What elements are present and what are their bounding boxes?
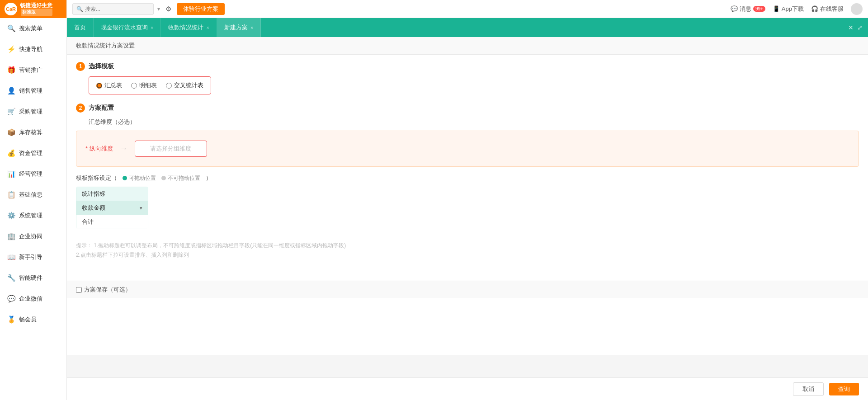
sidebar-item-enterprise[interactable]: 🏢 企业协同: [0, 226, 66, 247]
sidebar-item-label-wechat: 企业微信: [19, 295, 42, 303]
sidebar-item-guide[interactable]: 📖 新手引导: [0, 247, 66, 268]
step1-num: 1: [76, 62, 85, 71]
search-icon: 🔍: [76, 6, 83, 12]
step1-title: 选择模板: [89, 62, 114, 71]
cancel-button[interactable]: 取消: [793, 382, 824, 396]
search-chevron-icon[interactable]: ▾: [157, 6, 160, 12]
page-title-bar: 收款情况统计方案设置: [67, 37, 868, 55]
tab-close-new-plan[interactable]: ×: [250, 25, 253, 30]
dimension-row: * 纵向维度 → 请选择分组维度: [85, 141, 207, 157]
radio-summary[interactable]: 汇总表: [96, 81, 122, 89]
trial-button[interactable]: 体验行业方案: [177, 3, 225, 15]
sidebar-item-label-guide: 新手引导: [19, 253, 42, 261]
sidebar-item-label-marketing: 营销推广: [19, 66, 42, 74]
close-tab-icon[interactable]: ✕: [848, 24, 854, 31]
content-area: 收款情况统计方案设置 1 选择模板 汇总表: [67, 37, 868, 377]
dimension-area: * 纵向维度 → 请选择分组维度: [76, 131, 859, 167]
save-option-label[interactable]: 方案保存（可选）: [76, 286, 131, 294]
radio-cross[interactable]: 交叉统计表: [166, 81, 203, 89]
hardware-icon: 🔧: [7, 274, 15, 282]
draggable-indicator: 可拖动位置: [123, 174, 156, 182]
app-tag: 标准版: [21, 9, 52, 16]
sidebar-item-label-sales: 销售管理: [19, 87, 42, 95]
tab-close-collection[interactable]: ×: [206, 25, 209, 30]
step2-section: 2 方案配置 汇总维度（必选） * 纵向维度 → 请选择分组维度: [76, 104, 859, 264]
finance-icon: 💰: [7, 149, 15, 157]
collection-amount-label: 收款金额: [82, 204, 105, 212]
sidebar-item-label-search: 搜索菜单: [19, 24, 42, 33]
dimension-select[interactable]: 请选择分组维度: [135, 141, 207, 157]
fixed-indicator: 不可拖动位置: [161, 174, 200, 182]
radio-summary-input[interactable]: [96, 83, 102, 89]
dimension-section-label: 汇总维度（必选）: [89, 118, 859, 126]
fixed-label: 不可拖动位置: [168, 174, 200, 182]
search-icon: 🔍: [7, 24, 15, 33]
metrics-section: 模板指标设定（ 可拖动位置 不可拖动位置 ）: [76, 174, 859, 264]
operations-icon: 📊: [7, 170, 15, 178]
marketing-icon: 🎁: [7, 66, 15, 74]
sidebar-item-finance[interactable]: 💰 资金管理: [0, 143, 66, 164]
metrics-header: 模板指标设定（ 可拖动位置 不可拖动位置 ）: [76, 174, 859, 182]
collection-amount-header[interactable]: 收款金额 ▾: [76, 201, 148, 215]
search-box[interactable]: 🔍: [72, 3, 154, 15]
topbar-right: 💬 消息 99+ 📱 App下载 🎧 在线客服: [731, 3, 863, 15]
radio-cross-label: 交叉统计表: [174, 81, 203, 89]
sidebar-item-system[interactable]: ⚙️ 系统管理: [0, 205, 66, 226]
expand-icon[interactable]: ⤢: [857, 24, 863, 31]
quick-nav-icon: ⚡: [7, 45, 15, 53]
service-button[interactable]: 🎧 在线客服: [811, 5, 844, 13]
settings-icon[interactable]: ⚙: [165, 5, 171, 13]
sidebar-item-member[interactable]: 🏅 畅会员: [0, 309, 66, 330]
radio-detail[interactable]: 明细表: [131, 81, 157, 89]
sidebar-item-operations[interactable]: 📊 经营管理: [0, 164, 66, 184]
tab-new-plan[interactable]: 新建方案×: [217, 18, 261, 37]
query-button[interactable]: 查询: [829, 383, 859, 395]
sidebar-item-hardware[interactable]: 🔧 智能硬件: [0, 268, 66, 288]
sidebar-item-wechat[interactable]: 💬 企业微信: [0, 288, 66, 309]
total-row: 合计: [76, 215, 148, 229]
dimension-label-text: 汇总维度（必选）: [89, 118, 136, 125]
message-button[interactable]: 💬 消息 99+: [731, 5, 765, 13]
step2-header: 2 方案配置: [76, 104, 859, 113]
sidebar-item-purchase[interactable]: 🛒 采购管理: [0, 101, 66, 122]
sidebar-item-label-enterprise: 企业协同: [19, 232, 42, 240]
radio-detail-label: 明细表: [139, 81, 157, 89]
tab-bank[interactable]: 现金银行流水查询×: [94, 18, 161, 37]
step2-title: 方案配置: [89, 104, 114, 112]
save-checkbox[interactable]: [76, 287, 82, 293]
amount-chevron-icon[interactable]: ▾: [140, 205, 142, 211]
avatar[interactable]: [851, 3, 863, 15]
sidebar-item-search[interactable]: 🔍 搜索菜单: [0, 18, 66, 39]
sidebar-item-quick-nav[interactable]: ⚡ 快捷导航: [0, 39, 66, 60]
sidebar-item-label-basic: 基础信息: [19, 191, 42, 199]
step1-header: 1 选择模板: [76, 62, 859, 71]
sidebar-item-label-finance: 资金管理: [19, 149, 42, 157]
fixed-dot: [161, 176, 166, 180]
purchase-icon: 🛒: [7, 108, 15, 116]
main-area: 🔍 ▾ ⚙ 体验行业方案 💬 消息 99+ 📱 App下载 🎧 在线客服 首页现…: [67, 0, 868, 400]
wechat-icon: 💬: [7, 295, 15, 303]
tab-close-bank[interactable]: ×: [151, 25, 153, 30]
stats-label: 统计指标: [82, 190, 105, 198]
footer-bar: 取消 查询: [67, 377, 868, 400]
sidebar-item-label-operations: 经营管理: [19, 170, 42, 178]
sidebar-item-inventory[interactable]: 📦 库存核算: [0, 122, 66, 143]
radio-cross-input[interactable]: [166, 83, 172, 89]
tab-collection[interactable]: 收款情况统计×: [161, 18, 217, 37]
sidebar-item-label-quick-nav: 快捷导航: [19, 45, 42, 53]
search-input[interactable]: [85, 6, 150, 12]
tab-label-new-plan: 新建方案: [224, 24, 248, 32]
vertical-dimension-label: * 纵向维度: [85, 145, 113, 153]
download-button[interactable]: 📱 App下载: [773, 5, 804, 13]
sidebar-item-sales[interactable]: 👤 销售管理: [0, 80, 66, 101]
sidebar-item-marketing[interactable]: 🎁 营销推广: [0, 60, 66, 80]
hint-2: 2.点击标题栏下拉可设置排序、插入列和删除列: [76, 251, 859, 259]
tab-home[interactable]: 首页: [67, 18, 94, 37]
sidebar: CaR 畅捷通好生意 标准版 🔍 搜索菜单 ⚡ 快捷导航 🎁 营销推广 👤 销售…: [0, 0, 67, 400]
template-options-box: 汇总表 明细表 交叉统计表: [89, 76, 211, 94]
sidebar-item-basic[interactable]: 📋 基础信息: [0, 184, 66, 205]
sidebar-item-label-purchase: 采购管理: [19, 108, 42, 116]
template-radio-group: 汇总表 明细表 交叉统计表: [96, 81, 203, 89]
radio-detail-input[interactable]: [131, 83, 137, 89]
arrow-icon: →: [120, 145, 127, 153]
